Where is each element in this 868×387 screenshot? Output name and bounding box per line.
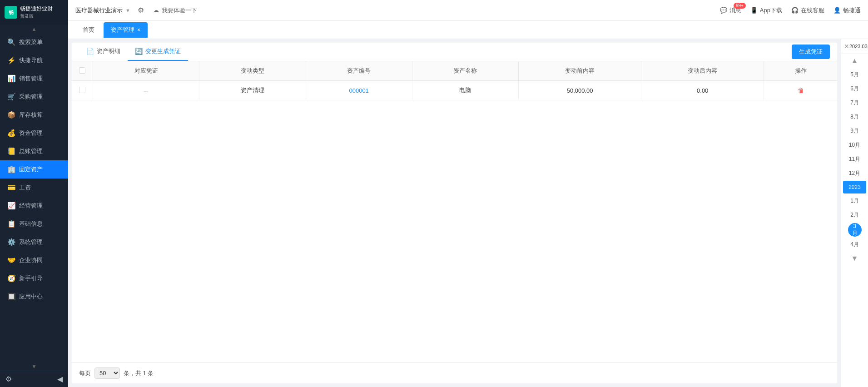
panel-nav-up[interactable]: ▲ (841, 54, 868, 68)
enterprise-nav-label: 企业协同 (19, 256, 43, 264)
online-service-icon: 🎧 (791, 7, 799, 14)
sidebar-item-guide[interactable]: 🧭 新手引导 (0, 269, 68, 288)
experience-label: 我要体验一下 (162, 6, 197, 15)
month-12[interactable]: 12月 (841, 166, 868, 180)
month-9[interactable]: 9月 (841, 124, 868, 138)
online-service-label: 在线客服 (801, 6, 824, 15)
col-action: 操作 (764, 61, 837, 81)
month-10[interactable]: 10月 (841, 138, 868, 152)
month-4[interactable]: 4月 (841, 238, 868, 252)
operations-nav-icon: 📈 (7, 202, 15, 210)
messages-button[interactable]: 💬 消息 99+ (720, 6, 741, 15)
quick-nav-nav-icon: ⚡ (7, 56, 15, 64)
inventory-nav-label: 库存核算 (19, 111, 43, 119)
sidebar-item-fixed-assets[interactable]: 🏢 固定资产 (0, 160, 68, 179)
col-after: 变动后内容 (641, 61, 764, 81)
total-text: 条，共 1 条 (124, 369, 154, 377)
experience-button[interactable]: ☁ 我要体验一下 (153, 6, 197, 15)
sub-tab-asset-detail[interactable]: 📄 资产明细 (79, 43, 128, 61)
month-8[interactable]: 8月 (841, 110, 868, 124)
month-2[interactable]: 2月 (841, 208, 868, 222)
sidebar-scroll-down[interactable]: ▼ (0, 362, 68, 371)
row-action-cell: 🗑 (764, 81, 837, 100)
tab-close-icon[interactable]: × (137, 27, 140, 33)
sidebar-item-fund[interactable]: 💰 资金管理 (0, 124, 68, 142)
sidebar-item-payroll[interactable]: 💳 工资 (0, 179, 68, 197)
col-change-type: 变动类型 (199, 61, 306, 81)
change-voucher-label: 变更生成凭证 (145, 47, 181, 55)
row-asset-no[interactable]: 000001 (306, 81, 412, 100)
panel-nav-down[interactable]: ▼ (841, 252, 868, 265)
quick-nav-nav-label: 快捷导航 (19, 56, 43, 64)
company-selector[interactable]: 医疗器械行业演示 ▼ (75, 6, 130, 15)
sidebar-item-inventory[interactable]: 📦 库存核算 (0, 106, 68, 124)
app-download-button[interactable]: 📱 App下载 (750, 6, 782, 15)
experience-cloud-icon: ☁ (153, 7, 159, 14)
sidebar-item-app-center[interactable]: 🔲 应用中心 (0, 288, 68, 306)
sidebar-item-basic-info[interactable]: 📋 基础信息 (0, 215, 68, 233)
col-voucher: 对应凭证 (93, 61, 199, 81)
app-center-nav-label: 应用中心 (19, 293, 43, 301)
sidebar-bottom: ⚙ ◀ (0, 371, 68, 387)
row-checkbox[interactable] (79, 87, 85, 93)
ledger-nav-label: 总账管理 (19, 147, 43, 155)
payroll-nav-label: 工资 (19, 184, 31, 192)
delete-row-icon[interactable]: 🗑 (798, 87, 804, 94)
sales-nav-icon: 📊 (7, 74, 15, 83)
asset-detail-icon: 📄 (86, 48, 94, 55)
system-nav-icon: ⚙️ (7, 238, 15, 246)
search-nav-label: 搜索菜单 (19, 38, 43, 46)
sidebar-settings-icon[interactable]: ⚙ (5, 375, 12, 383)
basic-info-nav-label: 基础信息 (19, 220, 43, 228)
per-page-select[interactable]: 10 20 50 100 (94, 367, 120, 379)
sidebar-item-search[interactable]: 🔍 搜索菜单 (0, 33, 68, 51)
tab-asset-management[interactable]: 资产管理 × (104, 22, 148, 38)
sidebar-item-sales[interactable]: 📊 销售管理 (0, 69, 68, 88)
row-checkbox-cell (72, 81, 93, 100)
sidebar-logo: 畅 畅捷通好业财 普及版 (0, 0, 68, 25)
sidebar-item-ledger[interactable]: 📒 总账管理 (0, 142, 68, 160)
sidebar-item-operations[interactable]: 📈 经营管理 (0, 197, 68, 215)
page-content: 📄 资产明细 🔄 变更生成凭证 生成凭证 (72, 43, 837, 383)
logo-text: 畅捷通好业财 普及版 (20, 5, 53, 20)
tab-home[interactable]: 首页 (75, 22, 102, 38)
app-center-nav-icon: 🔲 (7, 293, 15, 301)
topbar-settings-icon[interactable]: ⚙ (138, 6, 144, 15)
logo-icon: 畅 (5, 6, 17, 19)
online-service-button[interactable]: 🎧 在线客服 (791, 6, 824, 15)
generate-voucher-button[interactable]: 生成凭证 (792, 45, 830, 59)
month-11[interactable]: 11月 (841, 152, 868, 166)
app-download-label: App下载 (760, 6, 782, 15)
guide-nav-icon: 🧭 (7, 274, 15, 283)
month-6[interactable]: 6月 (841, 82, 868, 96)
month-1[interactable]: 1月 (841, 194, 868, 208)
main-area: 医疗器械行业演示 ▼ ⚙ ☁ 我要体验一下 💬 消息 99+ 📱 App下载 🎧… (68, 0, 868, 387)
purchase-nav-icon: 🛒 (7, 93, 15, 101)
sidebar-item-quick-nav[interactable]: ⚡ 快捷导航 (0, 51, 68, 69)
sidebar-collapse-icon[interactable]: ◀ (57, 375, 63, 383)
sub-tab-change-voucher[interactable]: 🔄 变更生成凭证 (128, 43, 188, 61)
row-before-content: 50,000.00 (519, 81, 641, 100)
user-button[interactable]: 👤 畅捷通 (833, 6, 861, 15)
user-icon: 👤 (833, 7, 841, 14)
right-panel-year: 2023.03 (849, 44, 868, 49)
messages-badge: 99+ (734, 3, 746, 9)
main-table: 对应凭证 变动类型 资产编号 资产名称 变动前内容 变动后内容 操作 (72, 61, 837, 100)
sidebar-scroll-up[interactable]: ▲ (0, 25, 68, 33)
month-5[interactable]: 5月 (841, 68, 868, 82)
month-3-active[interactable]: 3月 (848, 223, 862, 237)
search-nav-icon: 🔍 (7, 38, 15, 46)
sidebar-item-enterprise[interactable]: 🤝 企业协同 (0, 251, 68, 269)
header-checkbox[interactable] (79, 67, 85, 74)
asset-detail-label: 资产明细 (97, 47, 120, 55)
row-asset-name: 电脑 (412, 81, 518, 100)
year-2023-label[interactable]: 2023 (843, 181, 866, 194)
per-page-label: 每页 (79, 369, 91, 377)
sidebar-item-purchase[interactable]: 🛒 采购管理 (0, 88, 68, 106)
month-7[interactable]: 7月 (841, 96, 868, 110)
tabs-bar: 首页 资产管理 × (68, 21, 868, 39)
sidebar-item-system[interactable]: ⚙️ 系统管理 (0, 233, 68, 251)
basic-info-nav-icon: 📋 (7, 220, 15, 228)
col-asset-no: 资产编号 (306, 61, 412, 81)
right-panel-close-icon[interactable]: ✕ (844, 43, 849, 50)
